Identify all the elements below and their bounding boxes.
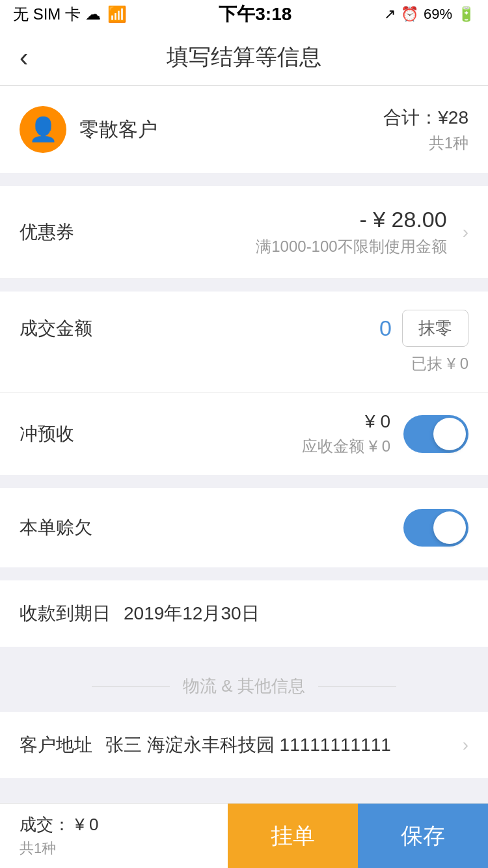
coupon-label: 优惠券 — [20, 220, 74, 245]
coupon-discount: - ¥ 28.00 — [256, 207, 446, 232]
no-sim-text: 无 SIM 卡 ☁ — [13, 4, 101, 25]
status-left: 无 SIM 卡 ☁ 📶 — [13, 4, 127, 25]
chong-values: ¥ 0 应收金额 ¥ 0 — [302, 411, 390, 457]
customer-avatar: 👤 — [20, 106, 66, 153]
trade-amount-right: 0 抹零 — [379, 310, 468, 347]
due-date-value: 2019年12月30日 — [124, 601, 260, 626]
chong-receivable: 应收金额 ¥ 0 — [302, 436, 390, 457]
battery-text: 69% — [424, 6, 452, 23]
chong-label: 冲预收 — [20, 422, 74, 446]
location-icon: ↗ — [384, 6, 396, 23]
coupon-row[interactable]: 优惠券 - ¥ 28.00 满1000-100不限制使用金额 › — [0, 186, 488, 278]
nav-bar: ‹ 填写结算等信息 — [0, 29, 488, 86]
trade-amount-value[interactable]: 0 — [379, 316, 392, 341]
credit-label: 本单赊欠 — [20, 515, 92, 540]
trade-amount-label: 成交金额 — [20, 316, 92, 341]
credit-toggle-knob — [433, 511, 466, 544]
logistics-label: 物流 & 其他信息 — [183, 675, 305, 698]
credit-section: 本单赊欠 — [0, 488, 488, 567]
bottom-trade-value: ¥ 0 — [75, 815, 98, 834]
customer-name: 零散客户 — [79, 116, 157, 143]
customer-row: 👤 零散客户 合计：¥28 共1种 — [0, 86, 488, 173]
wifi-icon: 📶 — [107, 5, 127, 23]
avatar-icon: 👤 — [29, 116, 58, 143]
toggle-knob — [433, 418, 466, 450]
chong-amount: ¥ 0 — [302, 411, 390, 432]
status-right: ↗ ⏰ 69% 🔋 — [384, 6, 475, 23]
trade-amount-section: 成交金额 0 抹零 已抹 ¥ 0 冲预收 ¥ 0 应收金额 ¥ 0 — [0, 292, 488, 475]
status-bar: 无 SIM 卡 ☁ 📶 下午3:18 ↗ ⏰ 69% 🔋 — [0, 0, 488, 29]
address-chevron-icon: › — [463, 735, 468, 755]
customer-right: 合计：¥28 共1种 — [383, 105, 468, 154]
bottom-trade-label: 成交： — [20, 815, 70, 834]
address-value: 张三 海淀永丰科技园 11111111111 — [105, 733, 450, 757]
trade-amount-row: 成交金额 0 抹零 — [0, 292, 488, 353]
alarm-icon: ⏰ — [401, 6, 418, 23]
due-date-section: 收款到期日 2019年12月30日 — [0, 580, 488, 647]
coupon-section[interactable]: 优惠券 - ¥ 28.00 满1000-100不限制使用金额 › — [0, 186, 488, 278]
hang-button[interactable]: 挂单 — [228, 804, 358, 868]
bottom-bar: 成交： ¥ 0 共1种 挂单 保存 — [0, 803, 488, 868]
customer-left: 👤 零散客户 — [20, 106, 157, 153]
due-date-label: 收款到期日 — [20, 601, 111, 626]
bottom-count: 共1种 — [20, 839, 208, 858]
bottom-info: 成交： ¥ 0 共1种 — [0, 813, 228, 858]
divider-line-right — [318, 686, 396, 686]
main-content: 👤 零散客户 合计：¥28 共1种 优惠券 - ¥ 28.00 满1000-10… — [0, 86, 488, 856]
trade-sub-text: 已抹 ¥ 0 — [411, 353, 468, 374]
customer-total: 合计：¥28 — [383, 105, 468, 130]
logistics-divider: 物流 & 其他信息 — [0, 660, 488, 712]
back-button[interactable]: ‹ — [20, 44, 28, 70]
chong-toggle[interactable] — [403, 415, 468, 453]
coupon-chevron-icon: › — [463, 222, 468, 243]
chong-row: 冲预收 ¥ 0 应收金额 ¥ 0 — [0, 392, 488, 475]
customer-count: 共1种 — [383, 133, 468, 154]
logistics-divider-text: 物流 & 其他信息 — [92, 675, 396, 698]
moling-button[interactable]: 抹零 — [402, 310, 468, 347]
trade-amount-sub: 已抹 ¥ 0 — [0, 353, 488, 392]
address-section[interactable]: 客户地址 张三 海淀永丰科技园 11111111111 › — [0, 712, 488, 778]
coupon-value-container: - ¥ 28.00 满1000-100不限制使用金额 — [256, 207, 446, 257]
save-button[interactable]: 保存 — [358, 804, 488, 868]
battery-icon: 🔋 — [457, 6, 475, 23]
divider-line-left — [92, 686, 170, 686]
coupon-sub: 满1000-100不限制使用金额 — [256, 236, 446, 257]
chong-right: ¥ 0 应收金额 ¥ 0 — [302, 411, 468, 457]
bottom-trade-row: 成交： ¥ 0 — [20, 813, 208, 836]
credit-toggle[interactable] — [403, 509, 468, 547]
page-title: 填写结算等信息 — [167, 42, 321, 72]
address-label: 客户地址 — [20, 733, 92, 757]
status-time: 下午3:18 — [219, 2, 291, 27]
coupon-right: - ¥ 28.00 满1000-100不限制使用金额 › — [256, 207, 468, 257]
